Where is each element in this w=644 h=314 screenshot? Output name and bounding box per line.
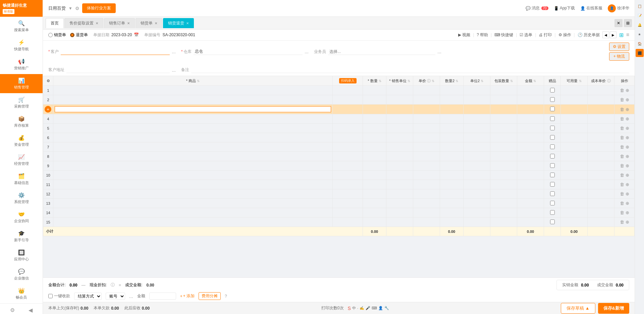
settings-bottom-icon[interactable]: ⚙: [10, 307, 15, 313]
radio-sales-input[interactable]: [48, 33, 53, 37]
tab-close-icon[interactable]: ✕: [155, 21, 157, 25]
copy-row-btn[interactable]: ⊕: [626, 107, 629, 112]
tab-price-settings[interactable]: 售价提取设置 ✕: [64, 18, 103, 28]
right-panel-btn-2[interactable]: 📝: [636, 11, 644, 19]
product-cell[interactable]: [53, 86, 333, 95]
radio-return-input[interactable]: [70, 33, 74, 37]
gift-checkbox[interactable]: [550, 144, 555, 149]
delete-row-btn[interactable]: 🗑: [620, 126, 624, 131]
copy-row-btn[interactable]: ⊕: [626, 173, 629, 178]
prev-record-btn[interactable]: ◀: [602, 32, 609, 38]
sort-icon[interactable]: ⇅: [510, 79, 513, 83]
right-panel-btn-4[interactable]: ★: [636, 30, 644, 38]
sidebar-item-enterprise[interactable]: 🤝 企业协同: [0, 208, 43, 227]
history-btn[interactable]: 🕐 历史单据: [578, 32, 600, 38]
qty-cell[interactable]: [363, 105, 386, 114]
delete-row-btn[interactable]: 🗑: [620, 210, 624, 215]
payment-method-select[interactable]: 结算方式: [74, 293, 102, 300]
add-row-btn[interactable]: +: [45, 106, 51, 113]
cost-info-icon[interactable]: ⓘ: [607, 79, 611, 83]
remark-input[interactable]: [191, 67, 629, 73]
unit2-cell[interactable]: [464, 86, 490, 95]
price-info-icon[interactable]: ⓘ: [427, 79, 431, 83]
price-cell[interactable]: [413, 86, 440, 95]
tab-close-icon[interactable]: ✕: [186, 21, 189, 25]
copy-row-btn[interactable]: ⊕: [626, 88, 629, 93]
sidebar-item-basic[interactable]: 🗂️ 基础信息: [0, 170, 43, 189]
th-scan[interactable]: 扫码录入: [333, 76, 363, 86]
amount-cell[interactable]: [517, 105, 544, 114]
tab-home[interactable]: 首页: [46, 18, 64, 28]
gift-checkbox[interactable]: [550, 163, 555, 168]
message-area[interactable]: 💬 消息 70: [526, 5, 548, 11]
gift-checkbox[interactable]: [550, 135, 555, 140]
sidebar-item-shortcut[interactable]: ⚡ 快捷导航: [0, 36, 43, 55]
save-draft-btn[interactable]: 保存草稿 ▲: [561, 303, 595, 314]
price-cell[interactable]: [413, 95, 440, 105]
unit-cell[interactable]: [386, 95, 413, 105]
gift-checkbox[interactable]: [550, 219, 555, 224]
radio-return[interactable]: 退货单: [70, 32, 88, 38]
amount-cell[interactable]: [517, 95, 544, 105]
product-cell[interactable]: [53, 105, 333, 114]
sidebar-item-system[interactable]: ⚙️ 系统管理: [0, 189, 43, 208]
sidebar-item-weixin[interactable]: 💬 企业微信: [0, 265, 43, 284]
right-panel-btn-6[interactable]: ⬛: [636, 49, 644, 57]
tab-sales-bill[interactable]: 销货单 ✕: [136, 18, 162, 28]
right-panel-btn-3[interactable]: 🔔: [636, 21, 644, 29]
copy-row-btn[interactable]: ⊕: [626, 97, 629, 102]
delete-row-btn[interactable]: 🗑: [620, 154, 624, 159]
unit2-cell[interactable]: [464, 105, 490, 114]
delete-row-btn[interactable]: 🗑: [620, 88, 624, 93]
account-select[interactable]: 账号: [106, 293, 125, 300]
sort-icon[interactable]: ⇅: [197, 79, 200, 83]
tab-close-icon[interactable]: ✕: [96, 21, 98, 25]
copy-row-btn[interactable]: ⊕: [626, 201, 629, 206]
delete-row-btn[interactable]: 🗑: [620, 163, 624, 168]
sort-icon[interactable]: ⇅: [379, 79, 381, 83]
gift-checkbox[interactable]: [550, 154, 555, 159]
scan-btn[interactable]: 扫码录入: [339, 78, 357, 83]
copy-row-btn[interactable]: ⊕: [626, 163, 629, 168]
copy-row-btn[interactable]: ⊕: [626, 116, 629, 121]
select-btn[interactable]: ☑ 选单: [520, 32, 532, 38]
customer-dots[interactable]: ...: [172, 49, 176, 54]
gift-checkbox[interactable]: [550, 173, 555, 177]
sidebar-item-purchase[interactable]: 🛒 采购管理: [0, 93, 43, 112]
tab-close-icon[interactable]: ✕: [127, 21, 130, 25]
gift-checkbox[interactable]: [550, 182, 555, 187]
sort-icon[interactable]: ⇅: [481, 79, 483, 83]
online-service[interactable]: 👤 在线客服: [580, 5, 602, 11]
one-click-pay-label[interactable]: 一键收款: [48, 293, 70, 299]
next-record-btn[interactable]: ▶: [610, 32, 616, 38]
sidebar-item-finance[interactable]: 💰 资金管理: [0, 131, 43, 150]
sort-icon[interactable]: ⇅: [408, 79, 410, 83]
right-panel-btn-5[interactable]: 🏠: [636, 40, 644, 48]
topbar-gear-icon[interactable]: ⚙: [75, 6, 79, 11]
delete-row-btn[interactable]: 🗑: [620, 201, 624, 206]
collapse-icon[interactable]: ◀: [29, 307, 33, 313]
delete-row-btn[interactable]: 🗑: [620, 182, 624, 187]
sidebar-item-operation[interactable]: 📈 经营管理: [0, 150, 43, 170]
gift-checkbox[interactable]: [550, 107, 555, 111]
gift-checkbox[interactable]: [550, 116, 555, 121]
user-area[interactable]: 👤 徐泽华: [608, 4, 629, 12]
gift-cell[interactable]: [544, 105, 561, 114]
delete-row-btn[interactable]: 🗑: [620, 135, 624, 140]
sidebar-item-member[interactable]: 👑 畅会员: [0, 284, 43, 303]
help-btn[interactable]: ? 帮助: [477, 32, 488, 38]
delete-row-btn[interactable]: 🗑: [620, 219, 624, 225]
pkg-cell[interactable]: [490, 86, 517, 95]
qty-cell[interactable]: [363, 95, 386, 105]
gift-checkbox[interactable]: [550, 88, 555, 92]
add-fee-btn[interactable]: + + 添加: [180, 293, 195, 299]
sort-icon[interactable]: ⇅: [455, 79, 458, 83]
discount-info-icon[interactable]: ⓘ: [111, 282, 115, 288]
delete-row-btn[interactable]: 🗑: [620, 97, 624, 102]
delete-row-btn[interactable]: 🗑: [620, 144, 624, 149]
product-cell[interactable]: [53, 95, 333, 105]
radio-sales[interactable]: 销货单: [48, 32, 66, 38]
unit-cell[interactable]: [386, 86, 413, 95]
pkg-cell[interactable]: [490, 95, 517, 105]
grid-view-icon[interactable]: ⊞: [619, 32, 624, 38]
